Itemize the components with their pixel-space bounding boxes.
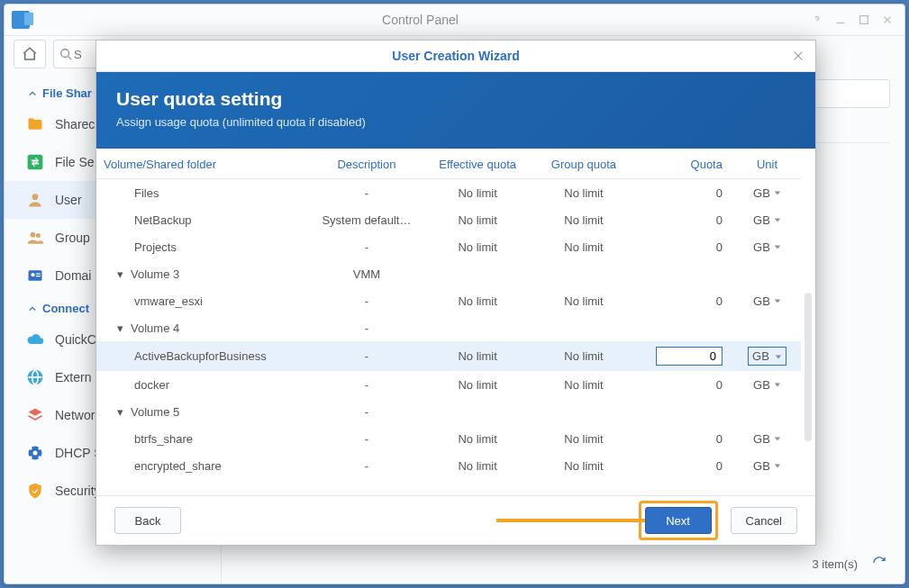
unit-select[interactable]: GB bbox=[753, 378, 781, 392]
sidebar-item-label: Domai bbox=[55, 268, 91, 283]
table-row[interactable]: encrypted_share-No limitNo limit0GB bbox=[96, 452, 801, 479]
sidebar-section-label: File Shar bbox=[42, 86, 92, 100]
unit-select[interactable]: GB bbox=[753, 186, 781, 200]
cloud-icon bbox=[26, 330, 44, 348]
svg-marker-26 bbox=[775, 218, 780, 222]
modal-title: User Creation Wizard bbox=[392, 49, 519, 63]
table-row[interactable]: ▾Volume 5- bbox=[96, 398, 801, 425]
svg-point-7 bbox=[32, 194, 39, 200]
minimize-button[interactable] bbox=[831, 10, 850, 30]
modal-heading: User quota setting bbox=[116, 88, 795, 110]
col-unit[interactable]: Unit bbox=[733, 149, 801, 179]
app-icon bbox=[12, 11, 30, 29]
svg-marker-28 bbox=[775, 299, 780, 303]
sidebar-item-label: Security bbox=[55, 484, 101, 498]
col-volume[interactable]: Volume/Shared folder bbox=[96, 149, 309, 179]
swap-icon bbox=[26, 153, 44, 171]
search-icon bbox=[59, 48, 72, 60]
col-effective-quota[interactable]: Effective quota bbox=[424, 149, 531, 179]
item-count: 3 item(s) bbox=[812, 557, 858, 571]
window-title: Control Panel bbox=[37, 13, 804, 27]
modal-button-row: Back Next Cancel bbox=[96, 495, 815, 545]
unit-select[interactable]: GB bbox=[753, 240, 781, 254]
svg-marker-32 bbox=[775, 464, 780, 467]
svg-rect-12 bbox=[36, 274, 41, 275]
card-icon bbox=[26, 267, 44, 285]
col-group-quota[interactable]: Group quota bbox=[531, 149, 637, 179]
home-button[interactable] bbox=[14, 40, 46, 68]
group-icon bbox=[26, 229, 44, 247]
collapse-toggle[interactable]: ▾ bbox=[114, 267, 125, 281]
quota-table: Volume/Shared folder Description Effecti… bbox=[96, 149, 801, 495]
svg-marker-29 bbox=[776, 355, 781, 358]
sidebar-item-label: Networ bbox=[55, 408, 95, 422]
cancel-button[interactable]: Cancel bbox=[731, 507, 797, 534]
globe-icon bbox=[26, 368, 44, 386]
unit-select[interactable]: GB bbox=[753, 432, 781, 446]
unit-select[interactable]: GB bbox=[753, 459, 781, 473]
quota-input[interactable] bbox=[656, 347, 723, 366]
table-row[interactable]: ActiveBackupforBusiness-No limitNo limit… bbox=[96, 341, 801, 371]
next-highlight: Next bbox=[639, 501, 718, 540]
table-row[interactable]: Projects-No limitNo limit0GB bbox=[96, 233, 801, 260]
sidebar-item-label: Extern bbox=[55, 370, 91, 384]
network-icon bbox=[26, 406, 44, 424]
svg-rect-1 bbox=[860, 16, 868, 24]
next-button[interactable]: Next bbox=[645, 507, 712, 534]
unit-select[interactable]: GB bbox=[753, 213, 781, 227]
user-creation-wizard-modal: User Creation Wizard User quota setting … bbox=[95, 40, 816, 546]
refresh-button[interactable] bbox=[872, 556, 886, 573]
table-row[interactable]: ▾Volume 3VMM bbox=[96, 260, 801, 287]
folder-icon bbox=[26, 115, 44, 133]
dhcp-icon bbox=[26, 444, 44, 462]
help-button[interactable] bbox=[807, 10, 827, 30]
unit-select[interactable]: GB bbox=[748, 347, 786, 366]
svg-marker-30 bbox=[775, 383, 780, 386]
svg-rect-13 bbox=[36, 276, 41, 276]
shield-icon bbox=[26, 482, 44, 500]
table-row[interactable]: ▾Volume 4- bbox=[96, 314, 801, 341]
chevron-up-icon bbox=[28, 89, 37, 98]
svg-point-19 bbox=[29, 447, 32, 449]
sidebar-item-label: Sharec bbox=[55, 117, 95, 131]
svg-point-21 bbox=[29, 456, 32, 458]
table-row[interactable]: docker-No limitNo limit0GB bbox=[96, 371, 801, 398]
table-row[interactable]: vmware_esxi-No limitNo limit0GB bbox=[96, 287, 801, 314]
back-button[interactable]: Back bbox=[114, 507, 181, 534]
svg-marker-25 bbox=[775, 191, 780, 194]
collapse-toggle[interactable]: ▾ bbox=[114, 321, 125, 335]
sidebar-item-label: QuickC bbox=[55, 332, 96, 347]
close-button[interactable] bbox=[877, 10, 897, 30]
table-row[interactable]: Files-No limitNo limit0GB bbox=[96, 179, 801, 207]
col-quota[interactable]: Quota bbox=[637, 149, 733, 179]
svg-point-20 bbox=[38, 447, 41, 449]
table-row[interactable]: NetBackupSystem default…No limitNo limit… bbox=[96, 206, 801, 233]
sidebar-item-label: Group bbox=[55, 231, 90, 245]
modal-close-button[interactable] bbox=[788, 46, 808, 66]
sidebar-item-label: File Se bbox=[55, 155, 95, 169]
svg-point-22 bbox=[38, 456, 41, 458]
collapse-toggle[interactable]: ▾ bbox=[114, 405, 125, 419]
unit-select[interactable]: GB bbox=[753, 294, 781, 308]
maximize-button[interactable] bbox=[854, 10, 874, 30]
scrollbar[interactable] bbox=[801, 149, 815, 495]
svg-marker-31 bbox=[775, 437, 780, 440]
sidebar-item-label: User bbox=[55, 193, 82, 207]
modal-banner: User quota setting Assign usage quota (u… bbox=[96, 72, 815, 149]
col-description[interactable]: Description bbox=[309, 149, 425, 179]
modal-titlebar: User Creation Wizard bbox=[96, 41, 815, 72]
svg-point-9 bbox=[36, 233, 41, 238]
svg-point-11 bbox=[31, 273, 34, 276]
user-icon bbox=[26, 191, 44, 209]
svg-line-5 bbox=[68, 57, 72, 60]
titlebar: Control Panel bbox=[5, 5, 904, 36]
chevron-up-icon bbox=[28, 304, 37, 313]
table-row[interactable]: btrfs_share-No limitNo limit0GB bbox=[96, 425, 801, 452]
svg-point-4 bbox=[61, 50, 69, 58]
modal-subheading: Assign usage quota (unlimited quota if d… bbox=[116, 115, 795, 129]
svg-point-18 bbox=[33, 451, 38, 456]
sidebar-section-label: Connect bbox=[42, 302, 89, 315]
svg-rect-6 bbox=[28, 155, 43, 170]
svg-marker-27 bbox=[775, 245, 780, 249]
svg-point-8 bbox=[31, 232, 36, 238]
